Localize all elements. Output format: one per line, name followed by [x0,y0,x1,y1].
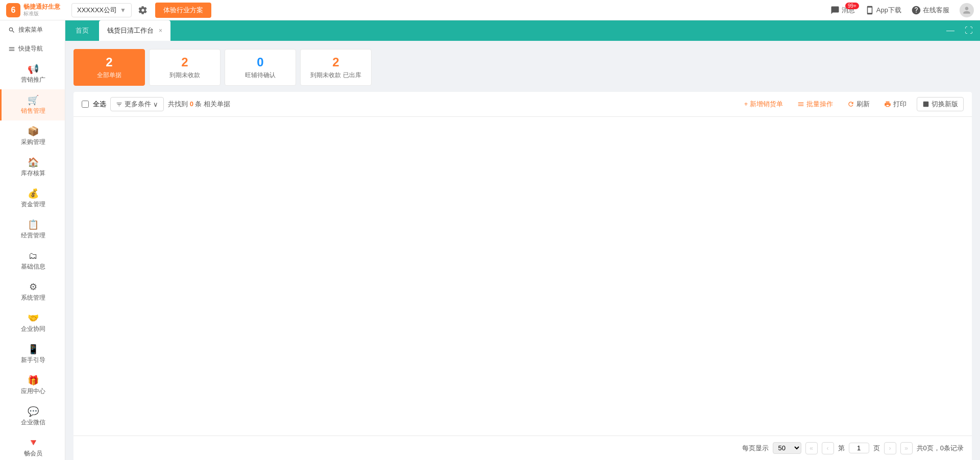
sidebar-item-wechat[interactable]: 💬 企业微信 [0,401,65,432]
sidebar-item-member[interactable]: 🔻 畅会员 [0,432,65,460]
page-label: 第 [838,444,845,453]
stat-label-pending: 旺辅待确认 [245,71,276,80]
more-filter-btn[interactable]: 更多条件 ∨ [110,97,164,111]
user-avatar [960,3,974,17]
pagination-bar: 每页显示 50 100 200 « ‹ 第 页 › » 共0页，0条记录 [74,435,972,460]
stat-card-shipped[interactable]: 2 到期未收款 已出库 [300,49,372,86]
print-btn[interactable]: 打印 [880,98,911,111]
stat-label-overdue: 到期未收款 [169,71,200,80]
wechat-icon: 💬 [28,407,39,416]
last-page-btn[interactable]: » [900,442,913,454]
company-name: XXXXXX公司 [77,6,117,15]
settings-button[interactable] [136,3,150,17]
header-right: 消息 99+ App下载 在线客服 [830,3,974,17]
batch-icon [797,101,804,108]
switch-version-btn[interactable]: 切换新版 [917,97,964,111]
page-input[interactable] [849,443,869,453]
batch-label: 批量操作 [806,100,833,109]
select-all-checkbox[interactable] [82,101,89,108]
refresh-btn[interactable]: 刷新 [843,98,874,111]
toolbar: 全选 更多条件 ∨ 共找到 0 条 相关单据 + 新增 [74,92,972,117]
company-selector[interactable]: XXXXXX公司 ▼ [71,3,132,17]
sidebar-search[interactable]: 搜索菜单 [0,20,65,39]
sidebar-item-system[interactable]: ⚙ 系统管理 [0,276,65,307]
sidebar-item-sales[interactable]: 🛒 销售管理 [0,89,65,120]
tab-label: 钱货日清工作台 [107,26,154,35]
user-avatar-btn[interactable] [960,3,974,17]
logo-icon: 6 [6,3,20,17]
next-page-btn[interactable]: › [884,442,896,454]
stat-card-pending[interactable]: 0 旺辅待确认 [225,49,296,86]
company-dropdown-arrow: ▼ [120,7,126,14]
tab-minimize-btn[interactable]: — [943,23,958,38]
tab-close-btn[interactable]: × [159,27,162,34]
tab-right-actions: — ⛶ [943,23,980,38]
stats-row: 2 全部单据 2 到期未收款 0 旺辅待确认 2 到期未收款 已出库 [65,41,980,86]
found-prefix: 共找到 [168,100,188,108]
inventory-icon: 🏠 [28,158,39,167]
search-menu-label: 搜索菜单 [18,26,43,34]
purchase-label: 采购管理 [21,138,45,147]
sidebar-item-inventory[interactable]: 🏠 库存核算 [0,152,65,183]
enterprise-icon: 🤝 [28,313,39,323]
stat-label-all: 全部单据 [97,71,121,80]
industry-btn[interactable]: 体验行业方案 [155,3,211,18]
inventory-label: 库存核算 [21,169,45,178]
app-download-label: App下载 [876,6,901,15]
table-empty [74,117,972,435]
page-content: 2 全部单据 2 到期未收款 0 旺辅待确认 2 到期未收款 已出库 [65,41,980,460]
sidebar-quick-nav[interactable]: 快捷导航 [0,39,65,58]
found-suffix: 条 相关单据 [195,100,230,108]
marketing-icon: 📢 [28,64,39,74]
sidebar-item-marketing[interactable]: 📢 营销推广 [0,58,65,89]
stat-card-all[interactable]: 2 全部单据 [74,49,145,86]
purchase-icon: 📦 [28,127,39,136]
system-icon: ⚙ [29,282,37,292]
sidebar-item-operations[interactable]: 📋 经营管理 [0,214,65,245]
sidebar-item-basic[interactable]: 🗂 基础信息 [0,245,65,276]
tab-expand-btn[interactable]: ⛶ [962,23,976,38]
page-suffix: 页 [873,444,880,453]
stat-card-overdue[interactable]: 2 到期未收款 [149,49,220,86]
stat-num-all: 2 [106,55,112,70]
table-container [74,117,972,435]
sidebar-item-finance[interactable]: 💰 资金管理 [0,183,65,214]
member-label: 畅会员 [24,449,42,458]
dropdown-arrow: ∨ [153,101,158,108]
tab-home[interactable]: 首页 [65,20,99,41]
logo-text: 畅捷通好生意 标准版 [23,3,60,16]
add-sales-btn[interactable]: + 新增销货单 [740,98,787,111]
stat-label-shipped: 到期未收款 已出库 [310,71,361,80]
appstore-icon: 🎁 [28,376,39,385]
message-badge: 99+ [845,3,859,9]
per-page-select[interactable]: 50 100 200 [773,442,801,454]
wechat-label: 企业微信 [21,418,45,427]
app-subtitle: 标准版 [23,11,60,17]
sidebar-item-enterprise[interactable]: 🤝 企业协同 [0,307,65,338]
sidebar-item-appstore[interactable]: 🎁 应用中心 [0,370,65,401]
message-btn[interactable]: 消息 99+ [830,6,855,15]
sidebar-item-purchase[interactable]: 📦 采购管理 [0,120,65,152]
logo-area: 6 畅捷通好生意 标准版 [6,3,71,17]
print-label: 打印 [893,100,906,109]
sidebar-item-guide[interactable]: 📱 新手引导 [0,338,65,370]
basic-label: 基础信息 [21,262,45,271]
first-page-btn[interactable]: « [805,442,818,454]
sales-icon: 🛒 [28,95,39,105]
online-service-btn[interactable]: 在线客服 [912,6,949,15]
toolbar-right: + 新增销货单 批量操作 刷新 [740,97,964,111]
stat-num-overdue: 2 [181,55,188,70]
appstore-label: 应用中心 [21,387,45,396]
batch-ops-btn[interactable]: 批量操作 [793,98,837,111]
stat-num-shipped: 2 [332,55,339,70]
basic-icon: 🗂 [29,251,38,260]
sidebar: 搜索菜单 快捷导航 📢 营销推广 🛒 销售管理 📦 采购管理 🏠 库存核算 💰 … [0,20,65,460]
tab-active[interactable]: 钱货日清工作台 × [99,20,170,41]
member-icon: 🔻 [28,438,39,447]
operations-label: 经营管理 [21,231,45,240]
operations-icon: 📋 [28,220,39,229]
app-download-btn[interactable]: App下载 [865,6,901,15]
main-layout: 搜索菜单 快捷导航 📢 营销推广 🛒 销售管理 📦 采购管理 🏠 库存核算 💰 … [0,20,980,460]
switch-icon [922,101,929,108]
prev-page-btn[interactable]: ‹ [822,442,834,454]
